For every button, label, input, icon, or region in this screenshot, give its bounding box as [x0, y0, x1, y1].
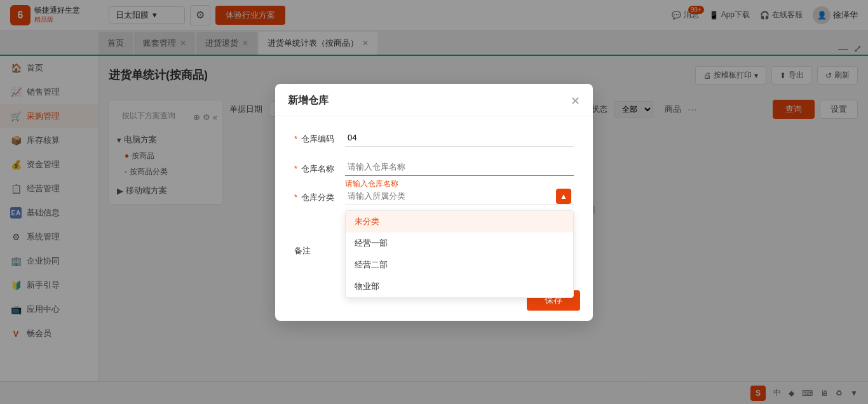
modal-title: 新增仓库: [288, 94, 329, 107]
dropdown-toggle-button[interactable]: ▲: [556, 189, 571, 204]
warehouse-name-input[interactable]: [345, 158, 574, 176]
category-dropdown-list: 未分类 经营一部 经营二部 物业部: [345, 210, 574, 298]
category-dropdown-wrapper: ▲ 未分类 经营一部 经营二部 物业部: [345, 187, 574, 205]
modal-overlay: 新增仓库 ✕ * 仓库编码 * 仓库名称: [0, 0, 868, 404]
dropdown-option-dept2[interactable]: 经营二部: [346, 254, 573, 276]
form-row-name: * 仓库名称 请输入仓库名称: [294, 158, 574, 176]
dropdown-option-uncategorized[interactable]: 未分类: [346, 211, 573, 232]
required-star-name: *: [294, 164, 297, 173]
name-label: * 仓库名称: [294, 159, 345, 175]
dropdown-option-dept1[interactable]: 经营一部: [346, 232, 573, 254]
form-row-code: * 仓库编码: [294, 129, 574, 147]
modal-close-button[interactable]: ✕: [571, 94, 580, 108]
warehouse-code-input[interactable]: [345, 129, 574, 147]
category-input[interactable]: [345, 187, 574, 205]
form-row-category: * 仓库分类 ▲ 未分类 经营一部 经营二部 物业部: [294, 187, 574, 205]
dropdown-option-dept3[interactable]: 物业部: [346, 276, 573, 297]
required-star-category: *: [294, 192, 297, 202]
category-label: * 仓库分类: [294, 187, 345, 203]
code-label: * 仓库编码: [294, 129, 345, 145]
notes-label: 备注: [294, 241, 345, 257]
required-star-code: *: [294, 134, 297, 144]
modal-header: 新增仓库 ✕: [275, 84, 593, 116]
modal-body: * 仓库编码 * 仓库名称 请输入仓库名称 *: [275, 116, 593, 283]
new-warehouse-modal: 新增仓库 ✕ * 仓库编码 * 仓库名称: [275, 84, 593, 321]
